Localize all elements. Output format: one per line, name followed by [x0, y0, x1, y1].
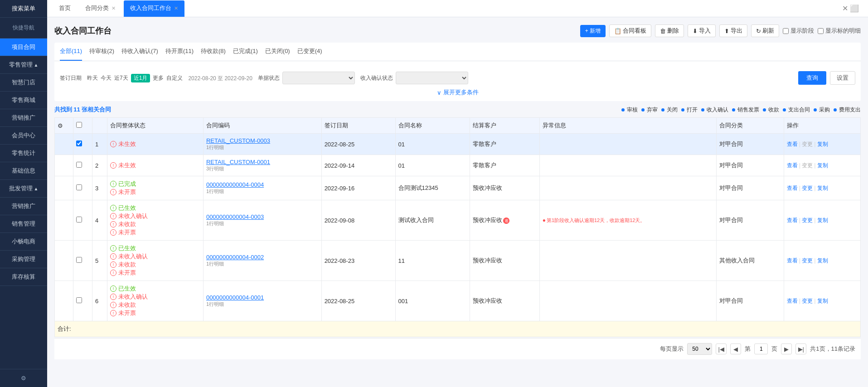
filter-tab-closed[interactable]: 已关闭(0) — [265, 43, 290, 61]
sidebar-search[interactable]: 搜索菜单 — [0, 0, 47, 18]
tab-close-icon[interactable]: ✕ — [112, 5, 116, 11]
row-checkbox[interactable] — [76, 140, 82, 146]
row-checkbox[interactable] — [76, 184, 82, 190]
contract-code-link[interactable]: 0000000000004-0001 — [206, 294, 264, 301]
cell-contract-name: 合同测试12345 — [395, 176, 470, 200]
import-button[interactable]: ⬇ 导入 — [688, 24, 716, 37]
delete-button[interactable]: 🗑 删除 — [655, 24, 684, 37]
op-btn-查看[interactable]: 查看 — [787, 217, 798, 223]
date-shortcut-last1month[interactable]: 近1月 — [131, 74, 150, 82]
row-checkbox[interactable] — [76, 162, 82, 168]
tab-close-icon[interactable]: ✕ — [174, 5, 178, 11]
refresh-button[interactable]: ↻ 刷新 — [751, 24, 779, 37]
sidebar-item-retail-mall[interactable]: 零售商城 — [0, 92, 47, 109]
date-shortcut-last7days[interactable]: 近7天 — [114, 74, 128, 82]
contract-code-link[interactable]: RETAIL_CUSTOM-0001 — [206, 159, 270, 165]
page-last-btn[interactable]: ▶| — [795, 343, 806, 354]
op-btn-变更[interactable]: 变更 — [802, 298, 813, 304]
sidebar-item-marketing[interactable]: 营销推广 — [0, 109, 47, 127]
action-pay_contract[interactable]: 支出合同 — [783, 106, 810, 114]
sidebar-item-member[interactable]: 会员中心 — [0, 127, 47, 145]
contract-code-link[interactable]: 0000000000004-0002 — [206, 254, 264, 261]
action-expense_out[interactable]: 费用支出 — [834, 106, 861, 114]
sidebar-item-retail-stats[interactable]: 零售统计 — [0, 145, 47, 162]
sidebar-item-base-info[interactable]: 基础信息 — [0, 162, 47, 180]
show-marked-detail-checkbox[interactable]: 显示标的明细 — [818, 27, 861, 35]
op-btn-复制[interactable]: 复制 — [817, 257, 828, 264]
filter-tab-pending_invoice[interactable]: 待开票(11) — [165, 43, 194, 61]
page-number-input[interactable] — [754, 343, 768, 354]
filter-tab-changed[interactable]: 已变更(4) — [297, 43, 322, 61]
page-first-btn[interactable]: |◀ — [716, 343, 727, 354]
op-btn-查看[interactable]: 查看 — [787, 185, 798, 191]
filter-tab-all[interactable]: 全部(11) — [60, 43, 82, 61]
query-button[interactable]: 查询 — [798, 71, 826, 85]
page-prev-btn[interactable]: ◀ — [730, 343, 741, 354]
action-collect[interactable]: 收款 — [763, 106, 779, 114]
op-btn-查看[interactable]: 查看 — [787, 257, 798, 264]
sidebar-item-xiaochangec[interactable]: 小畅电商 — [0, 233, 47, 251]
sidebar-item-marketing2[interactable]: 营销推广 — [0, 198, 47, 215]
op-btn-变更[interactable]: 变更 — [802, 257, 813, 264]
date-shortcut-today[interactable]: 今天 — [101, 74, 112, 82]
date-shortcut-more[interactable]: 更多 — [153, 74, 164, 82]
action-close[interactable]: 关闭 — [661, 106, 678, 114]
op-btn-变更[interactable]: 变更 — [802, 217, 813, 223]
sidebar-item-smart-store[interactable]: 智慧门店 — [0, 74, 47, 92]
sidebar-item-purchase[interactable]: 采购管理 — [0, 251, 47, 268]
income-confirm-select[interactable] — [396, 72, 468, 84]
row-checkbox[interactable] — [76, 257, 82, 263]
filter-tab-pending_review[interactable]: 待审核(2) — [89, 43, 114, 61]
window-close-btn[interactable]: ✕ ⬜ — [839, 4, 863, 13]
op-btn-复制[interactable]: 复制 — [817, 141, 828, 147]
op-btn-查看[interactable]: 查看 — [787, 298, 798, 304]
sidebar-item-sales-mgmt[interactable]: 销售管理 — [0, 215, 47, 233]
action-purchase[interactable]: 采购 — [814, 106, 830, 114]
contract-code-link[interactable]: 0000000000004-0003 — [206, 213, 264, 220]
contract-code-link[interactable]: RETAIL_CUSTOM-0003 — [206, 137, 270, 144]
filter-tab-pending_payment[interactable]: 待收款(8) — [201, 43, 226, 61]
new-button[interactable]: + 新增 — [580, 25, 606, 37]
sidebar-quicknav[interactable]: 快捷导航 — [0, 18, 47, 39]
page-next-btn[interactable]: ▶ — [781, 343, 792, 354]
doc-status-select[interactable] — [282, 72, 355, 84]
show-phase-checkbox[interactable]: 显示阶段 — [783, 27, 814, 35]
action-sales_invoice[interactable]: 销售发票 — [732, 106, 759, 114]
op-btn-查看[interactable]: 查看 — [787, 141, 798, 147]
page-size-select[interactable]: 50 100 — [687, 343, 712, 355]
cell-abnormal — [539, 134, 717, 155]
select-all-checkbox[interactable] — [76, 122, 82, 128]
action-dot-icon — [621, 108, 625, 111]
filter-tab-pending_confirm[interactable]: 待收入确认(7) — [121, 43, 158, 61]
set-button[interactable]: 设置 — [830, 71, 855, 85]
op-btn-查看[interactable]: 查看 — [787, 162, 798, 169]
sidebar-item-inventory[interactable]: 库存核算 — [0, 268, 47, 286]
op-btn-复制[interactable]: 复制 — [817, 185, 828, 191]
op-btn-变更[interactable]: 变更 — [802, 185, 813, 191]
sidebar-item-retail-mgmt[interactable]: 零售管理 ▲ — [0, 56, 47, 74]
action-income_confirm[interactable]: 收入确认 — [701, 106, 728, 114]
row-checkbox[interactable] — [76, 217, 82, 223]
op-btn-复制[interactable]: 复制 — [817, 298, 828, 304]
sidebar-settings[interactable]: ⚙ — [0, 369, 47, 387]
op-btn-复制[interactable]: 复制 — [817, 162, 828, 169]
row-checkbox[interactable] — [76, 297, 82, 303]
tab-contract-category[interactable]: 合同分类✕ — [79, 0, 122, 17]
tab-home[interactable]: 首页 — [53, 0, 77, 17]
date-shortcut-custom[interactable]: 自定义 — [166, 74, 183, 82]
export-button[interactable]: ⬆ 导出 — [719, 24, 747, 37]
sidebar-item-project[interactable]: 项目合同 — [0, 39, 47, 56]
contract-board-button[interactable]: 📋 合同看板 — [609, 24, 651, 37]
page-label: 第 — [745, 345, 751, 353]
tab-income-workbench[interactable]: 收入合同工作台✕ — [124, 0, 184, 17]
date-shortcut-yesterday[interactable]: 昨天 — [87, 74, 98, 82]
action-open[interactable]: 打开 — [681, 106, 698, 114]
sidebar-item-batch-mgmt[interactable]: 批发管理 ▲ — [0, 180, 47, 198]
contract-code-link[interactable]: 0000000000004-0004 — [206, 181, 264, 188]
action-abandon[interactable]: 弃审 — [641, 106, 658, 114]
filter-tab-completed[interactable]: 已完成(1) — [233, 43, 258, 61]
col-settings[interactable]: ⚙ — [55, 118, 73, 134]
expand-conditions-btn[interactable]: ∨ 展开更多条件 — [437, 88, 479, 97]
op-btn-复制[interactable]: 复制 — [817, 217, 828, 223]
action-review[interactable]: 审核 — [621, 106, 638, 114]
